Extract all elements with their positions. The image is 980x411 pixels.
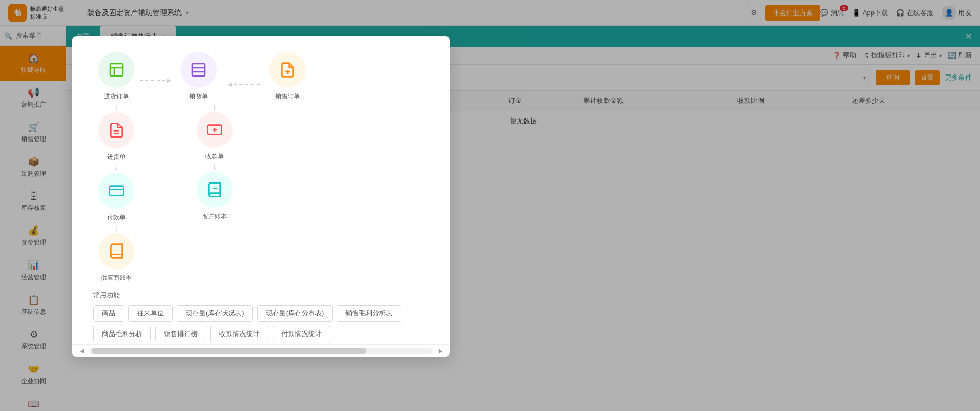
customer-account-circle[interactable] [197,172,233,208]
arrow-down-receipt: ↓ [212,161,217,172]
purchase-bill-label: 进货单 [107,153,126,161]
common-btn-5[interactable]: 商品毛利分析 [93,326,151,342]
popup-content: 进货订单 ↓ 进货单 [72,36,450,344]
arrow-down-sales: ↓ [212,101,217,112]
popup-scrollbar[interactable] [89,348,433,354]
customer-account-label: 客户账本 [202,212,227,221]
customer-account-node: 客户账本 [191,172,238,221]
overlay: 进货订单 ↓ 进货单 [0,0,980,411]
common-btn-1[interactable]: 往来单位 [128,305,173,322]
right-col: 销货单 ◄ [173,52,313,221]
scroll-left-button[interactable]: ◄ [77,347,87,355]
purchase-bill-circle[interactable] [98,112,134,148]
supplier-account-label: 供应商账本 [101,273,132,282]
scroll-right-button[interactable]: ► [435,347,446,355]
common-btn-8[interactable]: 付款情况统计 [273,326,330,342]
supplier-account-node: 供应商账本 [93,233,140,282]
common-btn-4[interactable]: 销售毛利分析表 [337,305,401,322]
common-section-title: 常用功能 [93,291,429,300]
payment-circle[interactable] [98,173,134,209]
h-arrow-2: ◄ [224,80,262,101]
svg-rect-5 [110,186,124,196]
popup-scroll-area: ◄ ► [72,344,450,357]
receipt-label: 收款单 [205,152,224,161]
receipt-node: 收款单 [191,112,238,161]
common-btn-6[interactable]: 销售排行榜 [155,326,206,342]
receipt-circle[interactable] [197,112,233,148]
arrow-down-1: ↓ [114,102,119,111]
purchase-order-label: 进货订单 [104,92,129,101]
svg-rect-0 [110,64,123,76]
purchase-bill-node: 进货单 [93,112,140,161]
common-btn-0[interactable]: 商品 [93,305,124,322]
payment-label: 付款单 [107,213,126,222]
flow-diagram: 进货订单 ↓ 进货单 [93,52,429,282]
popup-scrollbar-thumb [92,348,366,354]
common-btn-2[interactable]: 现存量(库存状况表) [177,305,253,322]
common-section: 常用功能 商品往来单位现存量(库存状况表)现存量(库存分布表)销售毛利分析表商品… [93,291,429,342]
common-btn-7[interactable]: 收款情况统计 [210,326,268,342]
popup: 进货订单 ↓ 进货单 [72,36,450,357]
sales-order-label: 销售订单 [275,92,300,101]
purchase-order-circle[interactable] [98,52,134,88]
sales-bill-circle[interactable] [180,52,217,88]
common-btn-3[interactable]: 现存量(库存分布表) [257,305,333,322]
sales-bill-node: 销货单 [173,52,224,101]
arrow-down-2: ↓ [114,162,119,172]
common-buttons-area: 商品往来单位现存量(库存状况表)现存量(库存分布表)销售毛利分析表商品毛利分析销… [93,305,429,342]
payment-node: 付款单 [93,173,140,222]
sales-order-node: 销售订单 [262,52,313,101]
sales-order-circle[interactable] [269,52,306,88]
top-right-row: 销货单 ◄ [173,52,313,101]
sales-bill-label: 销货单 [189,92,208,101]
svg-rect-7 [192,64,205,76]
purchase-order-node: 进货订单 [93,52,140,101]
h-arrow-1: ► [140,52,173,102]
arrow-down-3: ↓ [114,223,119,232]
supplier-account-circle[interactable] [98,233,134,269]
left-col: 进货订单 ↓ 进货单 [93,52,140,282]
